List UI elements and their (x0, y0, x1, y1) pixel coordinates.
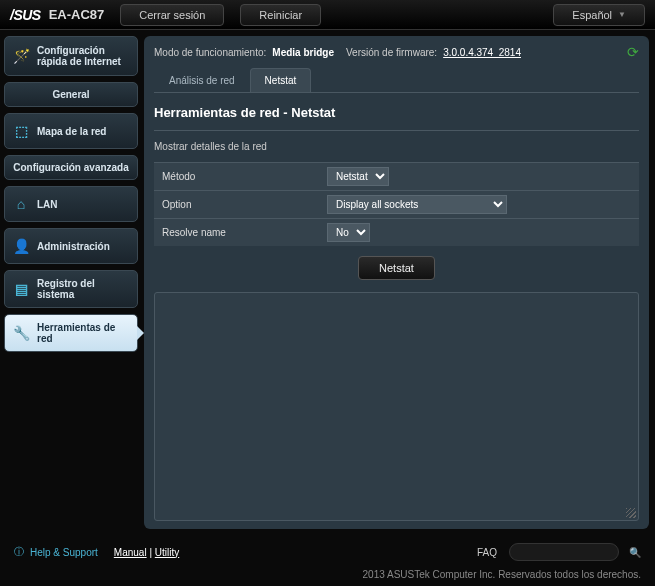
mode-label: Modo de funcionamiento: (154, 47, 266, 58)
utility-link[interactable]: Utility (155, 547, 179, 558)
firmware-label: Versión de firmware: (346, 47, 437, 58)
main-panel: Modo de funcionamiento: Media bridge Ver… (144, 36, 649, 529)
search-input[interactable] (509, 543, 619, 561)
resolve-label: Resolve name (162, 227, 327, 238)
method-label: Método (162, 171, 327, 182)
wrench-icon: 🔧 (11, 323, 31, 343)
language-button[interactable]: Español ▼ (553, 4, 645, 26)
search-icon[interactable]: 🔍 (629, 547, 641, 558)
panel-title: Herramientas de red - Netstat (154, 93, 639, 131)
reboot-button[interactable]: Reiniciar (240, 4, 321, 26)
row-option: Option Display all sockets (154, 190, 639, 218)
info-icon: ⓘ (14, 545, 24, 559)
sidebar-section-general[interactable]: General (4, 82, 138, 107)
network-icon: ⬚ (11, 121, 31, 141)
footer: ⓘ Help & Support Manual | Utility FAQ 🔍 … (0, 535, 655, 585)
netstat-button[interactable]: Netstat (358, 256, 435, 280)
home-icon: ⌂ (11, 194, 31, 214)
tab-netstat[interactable]: Netstat (250, 68, 312, 92)
output-area (154, 292, 639, 521)
sidebar-item-networkmap[interactable]: ⬚ Mapa de la red (4, 113, 138, 149)
sidebar: 🪄 Configuración rápida de Internet Gener… (0, 30, 142, 535)
sidebar-item-label: Configuración rápida de Internet (37, 45, 131, 67)
faq-label: FAQ (477, 547, 497, 558)
top-bar: /SUS EA-AC87 Cerrar sesión Reiniciar Esp… (0, 0, 655, 30)
mode-value: Media bridge (272, 47, 334, 58)
resize-handle[interactable] (626, 508, 636, 518)
tab-network-analysis[interactable]: Análisis de red (154, 68, 250, 92)
row-method: Método Netstat (154, 162, 639, 190)
wand-icon: 🪄 (11, 46, 31, 66)
sidebar-section-advanced[interactable]: Configuración avanzada (4, 155, 138, 180)
sidebar-item-label: Administración (37, 241, 110, 252)
firmware-link[interactable]: 3.0.0.4.374_2814 (443, 47, 521, 58)
sidebar-item-systemlog[interactable]: ▤ Registro del sistema (4, 270, 138, 308)
resolve-select[interactable]: No (327, 223, 370, 242)
help-link[interactable]: Help & Support (30, 547, 98, 558)
panel-subtitle: Mostrar detalles de la red (154, 131, 639, 162)
logout-button[interactable]: Cerrar sesión (120, 4, 224, 26)
sidebar-item-networktools[interactable]: 🔧 Herramientas de red (4, 314, 138, 352)
sidebar-item-label: Mapa de la red (37, 126, 106, 137)
sidebar-item-label: Registro del sistema (37, 278, 131, 300)
sidebar-item-administration[interactable]: 👤 Administración (4, 228, 138, 264)
refresh-icon[interactable]: ⟳ (627, 44, 639, 60)
user-icon: 👤 (11, 236, 31, 256)
document-icon: ▤ (11, 279, 31, 299)
option-select[interactable]: Display all sockets (327, 195, 507, 214)
sidebar-item-label: Herramientas de red (37, 322, 131, 344)
row-resolve: Resolve name No (154, 218, 639, 246)
option-label: Option (162, 199, 327, 210)
model-label: EA-AC87 (49, 7, 105, 22)
brand-logo: /SUS (10, 7, 41, 23)
chevron-down-icon: ▼ (618, 10, 626, 19)
language-label: Español (572, 9, 612, 21)
method-select[interactable]: Netstat (327, 167, 389, 186)
sidebar-item-label: LAN (37, 199, 58, 210)
copyright: 2013 ASUSTek Computer Inc. Reservados to… (14, 565, 641, 580)
action-row: Netstat (154, 246, 639, 290)
manual-link[interactable]: Manual (114, 547, 147, 558)
sidebar-item-quicksetup[interactable]: 🪄 Configuración rápida de Internet (4, 36, 138, 76)
tab-bar: Análisis de red Netstat (154, 68, 639, 93)
info-bar: Modo de funcionamiento: Media bridge Ver… (154, 44, 639, 68)
sidebar-item-lan[interactable]: ⌂ LAN (4, 186, 138, 222)
